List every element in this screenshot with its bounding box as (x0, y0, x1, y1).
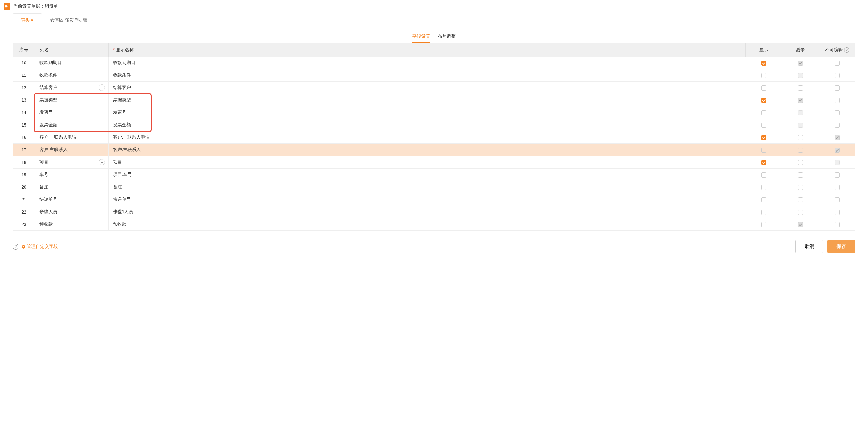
required-checkbox[interactable] (798, 185, 803, 190)
table-row[interactable]: 15发票金额发票金额 (13, 119, 855, 131)
show-checkbox[interactable] (761, 185, 767, 190)
show-checkbox[interactable] (761, 61, 767, 66)
required-checkbox[interactable] (798, 148, 803, 153)
required-checkbox[interactable] (798, 135, 803, 140)
cell-display-name[interactable]: 发票号 (108, 107, 745, 119)
show-checkbox[interactable] (761, 210, 767, 215)
readonly-checkbox (835, 148, 840, 153)
show-checkbox[interactable] (761, 110, 767, 115)
show-checkbox[interactable] (761, 222, 767, 227)
cell-seq: 18 (13, 156, 35, 169)
cell-seq: 16 (13, 131, 35, 144)
table-row[interactable]: 21快递单号快递单号 (13, 194, 855, 206)
readonly-checkbox[interactable] (835, 61, 840, 66)
cell-display-name[interactable]: 项目.车号 (108, 169, 745, 181)
cell-seq: 12 (13, 82, 35, 94)
readonly-checkbox[interactable] (835, 185, 840, 190)
show-checkbox[interactable] (761, 73, 767, 78)
tab-header-area[interactable]: 表头区 (13, 13, 42, 27)
manage-custom-fields-link[interactable]: 管理自定义字段 (21, 244, 58, 250)
save-button[interactable]: 保存 (827, 240, 855, 253)
cell-required (782, 144, 819, 156)
show-checkbox[interactable] (761, 197, 767, 202)
show-checkbox[interactable] (761, 98, 767, 103)
show-checkbox[interactable] (761, 148, 767, 153)
show-checkbox[interactable] (761, 172, 767, 177)
cell-display-name[interactable]: 客户.主联系人电话 (108, 131, 745, 144)
page-title: 当前设置单据：销货单 (13, 3, 58, 9)
gear-icon (21, 245, 26, 249)
table-row[interactable]: 17客户.主联系人客户.主联系人 (13, 144, 855, 156)
question-icon[interactable]: ? (13, 244, 19, 250)
help-icon[interactable]: ? (844, 48, 849, 53)
cell-display-name[interactable]: 项目 (108, 156, 745, 169)
table-row[interactable]: 13票据类型票据类型 (13, 94, 855, 107)
cell-required (782, 206, 819, 218)
show-checkbox[interactable] (761, 135, 767, 140)
cell-readonly (819, 119, 855, 131)
readonly-checkbox[interactable] (835, 85, 840, 90)
table-row[interactable]: 14发票号发票号 (13, 107, 855, 119)
readonly-checkbox[interactable] (835, 98, 840, 103)
cell-display-name[interactable]: 收款到期日 (108, 57, 745, 69)
required-checkbox[interactable] (798, 85, 803, 90)
cell-display-name[interactable]: 预收款 (108, 218, 745, 231)
cell-display-name[interactable]: 快递单号 (108, 194, 745, 206)
add-field-button[interactable]: + (99, 159, 105, 165)
col-display: *显示名称 (108, 44, 745, 57)
required-checkbox[interactable] (798, 210, 803, 215)
cell-required (782, 82, 819, 94)
cell-readonly (819, 181, 855, 194)
cell-show (745, 181, 782, 194)
add-field-button[interactable]: + (99, 84, 105, 91)
table-row[interactable]: 19车号项目.车号 (13, 169, 855, 181)
show-checkbox[interactable] (761, 123, 767, 128)
cell-readonly (819, 82, 855, 94)
cancel-button[interactable]: 取消 (796, 240, 824, 253)
readonly-checkbox[interactable] (835, 222, 840, 227)
field-config-table: 序号 列名 *显示名称 显示 必录 不可编辑? 10收款到期日收款到期日11收款… (13, 44, 855, 231)
cell-seq: 23 (13, 218, 35, 231)
show-checkbox[interactable] (761, 85, 767, 90)
cell-display-name[interactable]: 发票金额 (108, 119, 745, 131)
cell-column-name: 项目+ (35, 156, 108, 169)
table-row[interactable]: 18项目+项目 (13, 156, 855, 169)
cell-display-name[interactable]: 步骤1人员 (108, 206, 745, 218)
readonly-checkbox[interactable] (835, 73, 840, 78)
cell-show (745, 169, 782, 181)
table-row[interactable]: 23预收款预收款 (13, 218, 855, 231)
cell-required (782, 57, 819, 69)
table-row[interactable]: 16客户.主联系人电话客户.主联系人电话 (13, 131, 855, 144)
cell-display-name[interactable]: 票据类型 (108, 94, 745, 107)
table-row[interactable]: 12结算客户+结算客户 (13, 82, 855, 94)
required-checkbox[interactable] (798, 197, 803, 202)
tab-body-detail[interactable]: 表体区-销货单明细 (42, 13, 95, 27)
readonly-checkbox[interactable] (835, 172, 840, 177)
show-checkbox[interactable] (761, 160, 767, 165)
subtab-field-settings[interactable]: 字段设置 (412, 32, 430, 44)
table-row[interactable]: 20备注备注 (13, 181, 855, 194)
cell-display-name[interactable]: 备注 (108, 181, 745, 194)
cell-seq: 15 (13, 119, 35, 131)
table-row[interactable]: 22步骤人员步骤1人员 (13, 206, 855, 218)
sidebar-toggle-button[interactable] (4, 3, 10, 9)
readonly-checkbox[interactable] (835, 110, 840, 115)
cell-show (745, 69, 782, 82)
cell-column-name: 客户.主联系人 (35, 144, 108, 156)
table-row[interactable]: 10收款到期日收款到期日 (13, 57, 855, 69)
table-row[interactable]: 11收款条件收款条件 (13, 69, 855, 82)
required-checkbox[interactable] (798, 160, 803, 165)
readonly-checkbox[interactable] (835, 123, 840, 128)
readonly-checkbox[interactable] (835, 197, 840, 202)
cell-display-name[interactable]: 客户.主联系人 (108, 144, 745, 156)
table-container: 序号 列名 *显示名称 显示 必录 不可编辑? 10收款到期日收款到期日11收款… (0, 44, 868, 231)
cell-display-name[interactable]: 收款条件 (108, 69, 745, 82)
cell-seq: 22 (13, 206, 35, 218)
cell-readonly (819, 194, 855, 206)
readonly-checkbox[interactable] (835, 210, 840, 215)
subtab-layout-adjust[interactable]: 布局调整 (438, 32, 456, 44)
cell-show (745, 119, 782, 131)
cell-display-name[interactable]: 结算客户 (108, 82, 745, 94)
required-checkbox[interactable] (798, 172, 803, 177)
cell-column-name: 备注 (35, 181, 108, 194)
